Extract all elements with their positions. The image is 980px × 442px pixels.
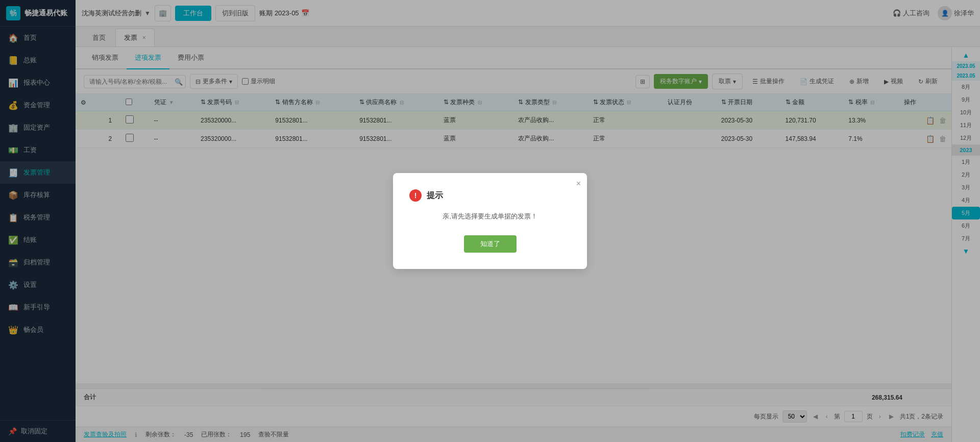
modal-footer: 知道了 (409, 235, 571, 253)
modal-title-row: ! 提示 (409, 189, 571, 202)
modal-overlay: × ! 提示 亲,请先选择要生成单据的发票！ 知道了 (0, 0, 980, 442)
modal-dialog: × ! 提示 亲,请先选择要生成单据的发票！ 知道了 (393, 173, 587, 269)
modal-message: 亲,请先选择要生成单据的发票！ (409, 212, 571, 221)
modal-confirm-button[interactable]: 知道了 (464, 235, 517, 253)
modal-close-icon[interactable]: × (576, 179, 581, 188)
warn-icon: ! (409, 189, 422, 202)
modal-title: 提示 (427, 190, 443, 201)
